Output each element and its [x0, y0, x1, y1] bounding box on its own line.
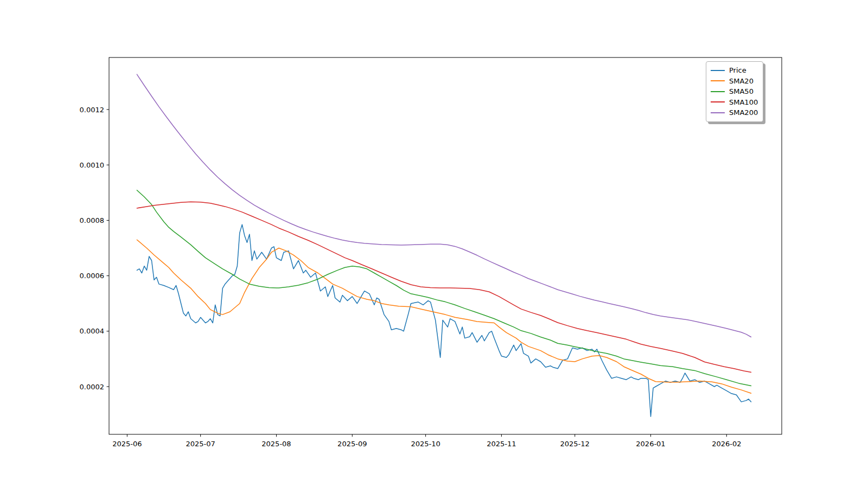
x-tick-label: 2025-09	[337, 440, 367, 448]
legend-entry-sma20: SMA20	[706, 76, 763, 87]
series-line-price	[137, 224, 751, 416]
sma100-line-swatch	[711, 101, 725, 102]
y-tick-label: 0.0008	[80, 216, 105, 224]
x-tick-label: 2026-02	[712, 440, 741, 448]
series-line-sma100	[137, 202, 751, 372]
legend-entry-sma100: SMA100	[706, 97, 763, 108]
x-tick-label: 2025-11	[487, 440, 516, 448]
plot-area	[109, 57, 782, 434]
price-line-swatch	[711, 70, 725, 71]
y-tick-label: 0.0012	[80, 106, 105, 114]
series-line-sma20	[137, 240, 751, 393]
legend-label: Price	[729, 65, 746, 76]
x-tick-label: 2025-12	[560, 440, 590, 448]
sma20-line-swatch	[711, 80, 725, 81]
x-tick-label: 2026-01	[636, 440, 665, 448]
legend-label: SMA20	[729, 76, 754, 87]
legend-label: SMA50	[729, 86, 754, 97]
legend-entry-price: Price	[706, 65, 763, 76]
x-tick-label: 2025-06	[112, 440, 142, 448]
y-tick-label: 0.0002	[80, 383, 105, 391]
x-tick-label: 2025-07	[186, 440, 215, 448]
legend-label: SMA200	[729, 107, 758, 118]
legend: Price SMA20 SMA50 SMA100 SMA200	[706, 61, 763, 122]
sma50-line-swatch	[711, 91, 725, 92]
legend-entry-sma50: SMA50	[706, 86, 763, 97]
legend-label: SMA100	[729, 97, 758, 108]
y-tick-label: 0.0010	[80, 161, 105, 169]
legend-entry-sma200: SMA200	[706, 107, 763, 118]
x-tick-label: 2025-08	[261, 440, 291, 448]
sma200-line-swatch	[711, 112, 725, 113]
y-tick-label: 0.0006	[80, 272, 105, 280]
figure: 2025-062025-072025-082025-092025-102025-…	[0, 0, 868, 488]
series-line-sma200	[137, 74, 751, 337]
y-tick-label: 0.0004	[80, 327, 105, 335]
x-tick-label: 2025-10	[411, 440, 440, 448]
